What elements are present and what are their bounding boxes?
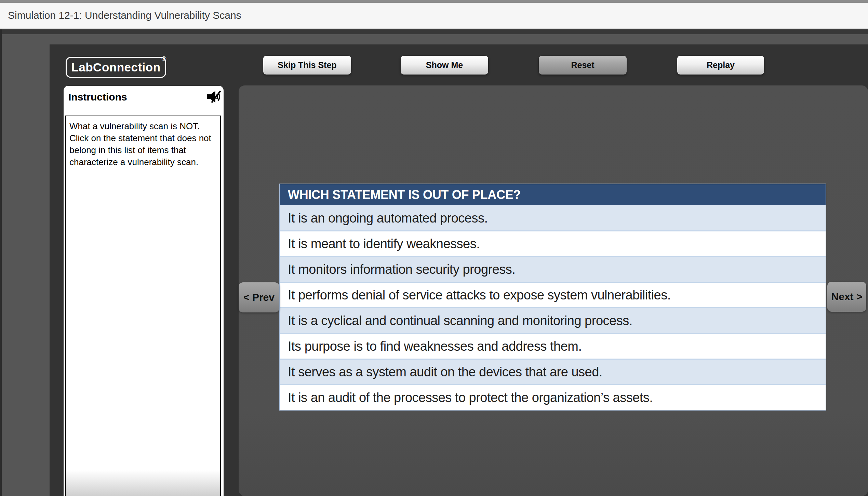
statement-row[interactable]: It performs denial of service attacks to… [280, 282, 826, 307]
statement-row[interactable]: It is an ongoing automated process. [280, 205, 826, 230]
statement-row[interactable]: It serves as a system audit on the devic… [280, 359, 826, 384]
instructions-panel: Instructions What a vulnerability scan i… [64, 86, 224, 496]
statement-row[interactable]: It is an audit of the processes to prote… [280, 384, 826, 410]
window-top-strip [0, 0, 868, 3]
quiz-table-header: WHICH STATEMENT IS OUT OF PLACE? [280, 184, 826, 205]
statement-row[interactable]: It is a cyclical and continual scanning … [280, 307, 826, 333]
prev-button[interactable]: < Prev [239, 282, 279, 312]
next-button[interactable]: Next > [827, 282, 866, 312]
skip-this-step-button[interactable]: Skip This Step [263, 56, 351, 75]
page-title: Simulation 12-1: Understanding Vulnerabi… [8, 10, 241, 21]
registered-trademark: ® [162, 55, 167, 63]
title-bar: Simulation 12-1: Understanding Vulnerabi… [0, 3, 868, 29]
quiz-table: WHICH STATEMENT IS OUT OF PLACE? It is a… [279, 184, 826, 411]
header-divider-strip [0, 29, 868, 34]
logo-text: LabConnection [71, 61, 160, 74]
show-me-button[interactable]: Show Me [401, 56, 488, 75]
instructions-text: What a vulnerability scan is NOT. Click … [66, 116, 220, 172]
muted-speaker-icon[interactable] [206, 90, 222, 104]
statement-row[interactable]: Its purpose is to find weaknesses and ad… [280, 333, 826, 359]
statement-row[interactable]: It monitors information security progres… [280, 256, 826, 282]
left-edge-strip [0, 29, 2, 496]
reset-button[interactable]: Reset [539, 56, 627, 75]
instructions-text-box: What a vulnerability scan is NOT. Click … [65, 116, 221, 496]
replay-button[interactable]: Replay [677, 56, 764, 75]
simulation-panel: LabConnection ® Skip This Step Show Me R… [50, 44, 868, 496]
statement-row[interactable]: It is meant to identify weaknesses. [280, 230, 826, 256]
quiz-statement-list: It is an ongoing automated process. It i… [280, 205, 826, 410]
labconnection-logo: LabConnection ® [66, 57, 166, 78]
instructions-heading: Instructions [68, 91, 127, 103]
